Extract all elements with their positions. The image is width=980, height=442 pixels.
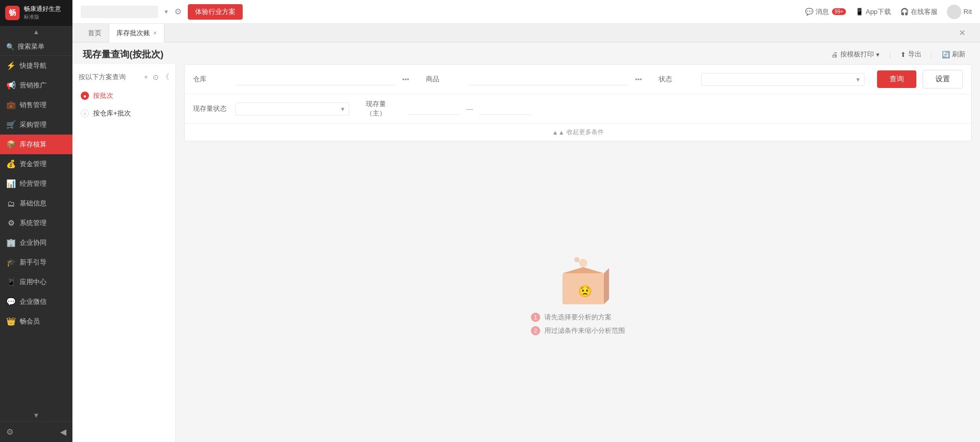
newbie-icon: 🎓: [6, 258, 16, 267]
collapse-panel-icon[interactable]: 《: [162, 72, 169, 82]
scheme-active-dot: ●: [81, 92, 89, 100]
experience-btn[interactable]: 体验行业方案: [188, 4, 243, 20]
sidebar-item-system[interactable]: ⚙ 系统管理: [0, 213, 72, 233]
online-support-item[interactable]: 🎧 在线客服: [900, 7, 938, 17]
svg-point-5: [574, 257, 580, 262]
sidebar-item-sales[interactable]: 💼 销售管理: [0, 95, 72, 115]
user-profile-item[interactable]: Rit: [947, 5, 972, 19]
sidebar-item-inventory[interactable]: 📦 库存核算: [0, 135, 72, 154]
topbar-search-input[interactable]: [81, 6, 158, 18]
app-download-label: App下载: [866, 7, 891, 17]
topbar-gear-icon[interactable]: ⚙: [174, 7, 182, 17]
tab-inventory-batch[interactable]: 库存批次账 ×: [109, 24, 165, 42]
empty-hint-2: 2 用过滤条件来缩小分析范围: [531, 326, 625, 335]
collapse-label: 收起更多条件: [567, 128, 604, 137]
avatar: [947, 5, 961, 19]
messages-label: 消息: [815, 7, 829, 17]
scheme-inactive-dot: ○: [81, 109, 89, 117]
sidebar-item-member[interactable]: 👑 畅会员: [0, 312, 72, 331]
sidebar-item-operations[interactable]: 📊 经营管理: [0, 174, 72, 194]
stock-qty-to[interactable]: [479, 102, 531, 115]
collapse-row[interactable]: ▲▲ 收起更多条件: [185, 124, 971, 141]
sidebar-item-purchase[interactable]: 🛒 采购管理: [0, 115, 72, 135]
page-title: 现存量查询(按批次): [83, 48, 164, 61]
topbar-right: 💬 消息 99+ 📱 App下载 🎧 在线客服 Rit: [805, 5, 972, 19]
stock-status-chevron: ▾: [341, 105, 345, 113]
status-select[interactable]: ▾: [701, 73, 865, 86]
headset-icon: 🎧: [900, 8, 909, 16]
content-body: 按以下方案查询 ＋ ⊙ 《 ● 按批次 ○ 按仓库+批次: [72, 64, 980, 442]
scheme-panel-header: 按以下方案查询 ＋ ⊙ 《: [72, 69, 175, 87]
sidebar-item-newbie[interactable]: 🎓 新手引导: [0, 253, 72, 272]
app-download-item[interactable]: 📱 App下载: [855, 7, 891, 17]
query-button[interactable]: 查询: [877, 70, 916, 88]
export-btn[interactable]: ⬆ 导出: [896, 48, 926, 61]
online-support-label: 在线客服: [911, 7, 938, 17]
scheme-panel: 按以下方案查询 ＋ ⊙ 《 ● 按批次 ○ 按仓库+批次: [72, 64, 176, 442]
product-dots[interactable]: •••: [635, 76, 642, 83]
hint-text-2: 用过滤条件来缩小分析范围: [544, 326, 625, 335]
warehouse-dots[interactable]: •••: [402, 76, 409, 83]
sidebar-search[interactable]: 🔍 搜索菜单: [0, 38, 72, 56]
export-label: 导出: [908, 50, 922, 59]
sidebar-item-marketing[interactable]: 📢 营销推广: [0, 76, 72, 95]
collapse-sidebar-icon[interactable]: ◀: [60, 427, 66, 437]
tab-home[interactable]: 首页: [81, 24, 109, 42]
operations-icon: 📊: [6, 179, 16, 188]
filter-row-2: 现存量状态 ▾ 现存量（主） —: [185, 94, 971, 124]
scheme-item-by-warehouse-batch[interactable]: ○ 按仓库+批次: [72, 105, 175, 122]
tab-close-icon[interactable]: ×: [153, 30, 157, 37]
tab-inventory-label: 库存批次账: [116, 28, 150, 38]
sidebar-item-enterprise[interactable]: 🏢 企业协同: [0, 233, 72, 253]
sidebar-item-label: 快捷导航: [20, 61, 47, 70]
add-scheme-icon[interactable]: ＋: [142, 72, 150, 82]
warehouse-label: 仓库: [193, 75, 229, 84]
member-icon: 👑: [6, 317, 16, 326]
svg-marker-2: [604, 268, 609, 304]
sidebar-item-finance[interactable]: 💰 资金管理: [0, 154, 72, 174]
stock-qty-from[interactable]: [408, 102, 460, 115]
hint-num-2: 2: [531, 326, 540, 335]
tabbar: 首页 库存批次账 × ✕: [72, 24, 980, 42]
hint-text-1: 请先选择要分析的方案: [544, 313, 612, 322]
sidebar-item-quick-nav[interactable]: ⚡ 快捷导航: [0, 56, 72, 76]
status-chevron-icon: ▾: [856, 76, 860, 83]
status-label: 状态: [659, 75, 695, 84]
scroll-up-arrow[interactable]: ▲: [0, 26, 72, 38]
settings-footer-icon[interactable]: ⚙: [6, 427, 13, 437]
topbar: ▾ ⚙ 体验行业方案 💬 消息 99+ 📱 App下载 🎧 在线客服 Rit: [72, 0, 980, 24]
sidebar-item-basic[interactable]: 🗂 基础信息: [0, 194, 72, 213]
stock-status-select[interactable]: ▾: [235, 102, 349, 115]
refresh-icon: 🔄: [942, 51, 950, 58]
collapse-up-icon: ▲▲: [552, 129, 565, 136]
content-area: 现存量查询(按批次) 🖨 按模板打印 ▾ | ⬆ 导出 | 🔄 刷新: [72, 42, 980, 442]
warehouse-input[interactable]: [235, 73, 396, 85]
purchase-icon: 🛒: [6, 120, 16, 129]
sidebar-item-wechat[interactable]: 💬 企业微信: [0, 292, 72, 312]
tab-close-right-btn[interactable]: ✕: [953, 28, 972, 38]
scroll-down-arrow[interactable]: ▼: [0, 409, 72, 421]
print-template-btn[interactable]: 🖨 按模板打印 ▾: [827, 48, 884, 61]
svg-point-4: [579, 259, 587, 267]
scheme-item-by-batch[interactable]: ● 按批次: [72, 87, 175, 105]
page-header: 现存量查询(按批次) 🖨 按模板打印 ▾ | ⬆ 导出 | 🔄 刷新: [72, 42, 980, 64]
empty-hints: 1 请先选择要分析的方案 2 用过滤条件来缩小分析范围: [531, 313, 625, 335]
settings-button[interactable]: 设置: [923, 70, 963, 89]
topbar-chevron-icon[interactable]: ▾: [165, 8, 168, 16]
filter-row-1: 仓库 ••• 商品 ••• 状态 ▾ 查询 设置: [185, 65, 971, 94]
inventory-icon: 📦: [6, 140, 16, 149]
sidebar-item-label: 销售管理: [20, 100, 47, 110]
phone-icon: 📱: [855, 8, 864, 16]
app-title-block: 畅康通好生意 标准版: [24, 5, 61, 21]
svg-text:😟: 😟: [578, 284, 592, 298]
sidebar-item-label: 企业微信: [20, 297, 47, 306]
product-input[interactable]: [468, 73, 629, 85]
empty-hint-1: 1 请先选择要分析的方案: [531, 313, 625, 322]
sidebar-item-apps[interactable]: 📱 应用中心: [0, 272, 72, 292]
settings-scheme-icon[interactable]: ⊙: [153, 73, 159, 81]
messages-item[interactable]: 💬 消息 99+: [805, 7, 846, 17]
wechat-icon: 💬: [6, 297, 16, 306]
refresh-btn[interactable]: 🔄 刷新: [938, 48, 970, 61]
action-divider-2: |: [931, 51, 932, 58]
page-actions: 🖨 按模板打印 ▾ | ⬆ 导出 | 🔄 刷新: [827, 48, 970, 61]
